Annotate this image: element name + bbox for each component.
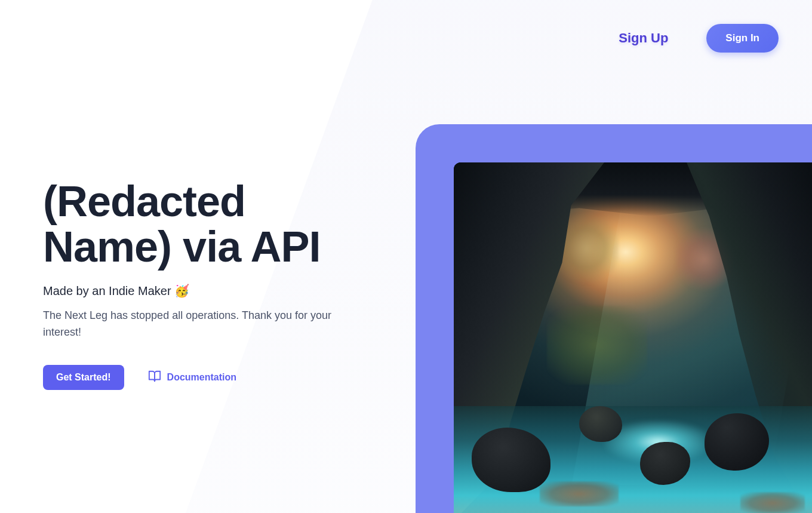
header-nav: Sign Up Sign In — [619, 24, 779, 53]
get-started-button[interactable]: Get Started! — [43, 365, 124, 390]
documentation-link[interactable]: Documentation — [148, 370, 236, 385]
cta-row: Get Started! Documentation — [43, 365, 377, 390]
hero-subtitle: Made by an Indie Maker 🥳 — [43, 284, 377, 298]
sign-up-link[interactable]: Sign Up — [619, 30, 668, 46]
hero-content: (Redacted Name) via API Made by an Indie… — [43, 179, 377, 390]
book-icon — [148, 370, 161, 385]
sign-in-button[interactable]: Sign In — [706, 24, 779, 53]
cave-illustration — [454, 162, 812, 513]
hero-description: The Next Leg has stopped all operations.… — [43, 308, 353, 341]
documentation-label: Documentation — [167, 372, 236, 383]
hero-title: (Redacted Name) via API — [43, 179, 377, 269]
hero-image — [454, 162, 812, 513]
